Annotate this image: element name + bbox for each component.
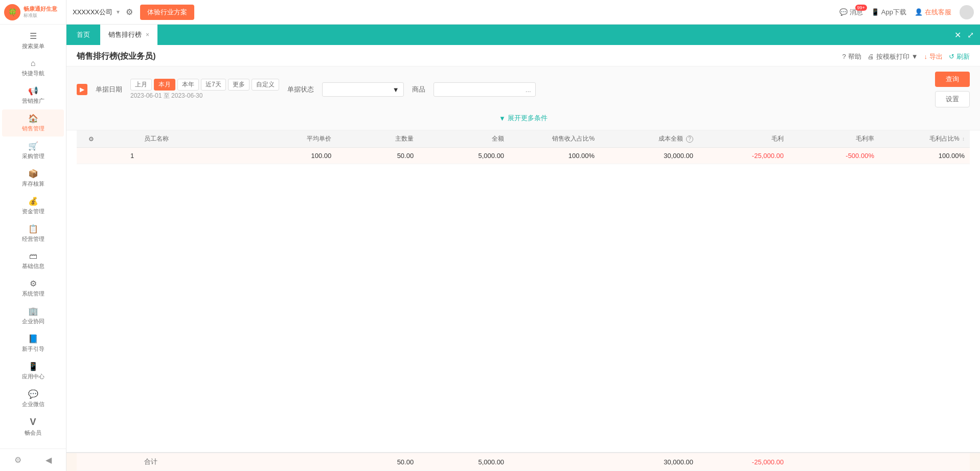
date-btn-7days[interactable]: 近7天 [201,79,226,91]
topbar-gear-icon[interactable]: ⚙ [126,7,133,17]
tab-home[interactable]: 首页 [66,25,100,45]
refresh-btn[interactable]: ↺ 刷新 [949,52,970,61]
footer-spacer [77,453,106,471]
sidebar-item-search-order[interactable]: ☰ 搜索菜单 [2,27,64,54]
filter-collapse-btn[interactable]: ▶ [77,84,87,95]
tab-active-label: 销售排行榜 [108,30,142,39]
footer-amount: 5,000.00 [419,453,509,471]
filter-bar: ▶ 单据日期 上月 本月 本年 近7天 更多 自定义 2023-06-01 至 … [66,66,980,130]
sidebar-item-sales[interactable]: 🏠 销售管理 [2,109,64,137]
filter-row-1: ▶ 单据日期 上月 本月 本年 近7天 更多 自定义 2023-06-01 至 … [77,72,970,107]
message-btn[interactable]: 💬 消息 99+ [839,8,863,17]
logo-icon: 🍀 [4,4,20,20]
row-settings [77,148,106,164]
help-label: 帮助 [848,52,861,61]
sidebar-item-inventory[interactable]: 📦 库存核算 [2,165,64,192]
template-print-btn[interactable]: 🖨 按模板打印 ▼ [868,52,918,61]
settings-footer-icon[interactable]: ⚙ [12,453,24,467]
ranking-table: ⚙ 员工名称 平均单价 主数量 全额 [77,130,970,164]
help-icon: ? [842,53,846,60]
date-btn-custom[interactable]: 自定义 [252,79,279,91]
finance-icon: 💰 [28,196,38,206]
sidebar-item-guide[interactable]: 📘 新手引导 [2,330,64,357]
trial-btn[interactable]: 体验行业方案 [140,5,194,20]
goods-filter-label: 商品 [412,85,425,94]
footer-avg-price [254,453,336,471]
sidebar-item-app-center[interactable]: 📱 应用中心 [2,357,64,385]
topbar-right: 💬 消息 99+ 📱 App下载 👤 在线客服 [839,5,974,19]
row-sales-pct: 100.00% [509,148,600,164]
col-qty: 主数量 [336,130,419,148]
sidebar-item-label: 畅会员 [25,429,41,437]
date-btn-this-month[interactable]: 本月 [154,79,175,91]
expand-icon: ▼ [499,115,506,122]
col-cost: 成本全额 ? [600,130,698,148]
sidebar-item-finance[interactable]: 💰 资金管理 [2,192,64,219]
profit-pct-sort-icon[interactable]: ↕ [962,136,965,142]
date-btn-more[interactable]: 更多 [228,79,249,91]
tab-close-icon[interactable]: × [146,31,149,38]
settings-btn[interactable]: 设置 [935,91,970,107]
date-range-display: 2023-06-01 至 2023-06-30 [130,92,279,100]
date-filter-label: 单据日期 [96,85,122,94]
goods-input-more-icon: ... [526,86,531,94]
online-service-btn[interactable]: 👤 在线客服 [915,8,951,17]
purchase-icon: 🛒 [28,141,38,151]
table-wrap: ⚙ 员工名称 平均单价 主数量 全额 [66,130,980,452]
company-selector[interactable]: XXXXXX公司 ▼ [73,8,121,17]
export-label: 导出 [929,52,943,61]
cost-info-icon[interactable]: ? [686,136,693,143]
sidebar-item-quick-nav[interactable]: ⌂ 快捷导航 [2,55,64,81]
date-btn-last-month[interactable]: 上月 [130,79,152,91]
col-amount: 全额 [419,130,509,148]
col-rank [106,130,139,148]
settings-col-icon[interactable]: ⚙ [88,136,94,143]
sidebar-item-label: 基础信息 [22,262,44,270]
col-settings: ⚙ [77,130,106,148]
footer-qty: 50.00 [336,453,419,471]
tab-close-window-icon[interactable]: ✕ [954,30,961,40]
sidebar-item-basic-info[interactable]: 🗃 基础信息 [2,248,64,274]
row-rank: 1 [106,148,139,164]
collapse-sidebar-icon[interactable]: ◀ [43,453,54,467]
page-actions: ? 帮助 🖨 按模板打印 ▼ ↓ 导出 ↺ 刷新 [842,52,970,61]
topbar: XXXXXX公司 ▼ ⚙ 体验行业方案 💬 消息 99+ 📱 App下载 👤 在… [66,0,980,25]
app-label: App下载 [881,8,906,17]
status-select[interactable]: ▼ [322,82,404,97]
message-badge: 99+ [855,5,867,11]
sidebar-item-label: 营销推广 [22,97,44,105]
sidebar-item-system[interactable]: ⚙ 系统管理 [2,275,64,302]
app-download-btn[interactable]: 📱 App下载 [871,8,906,17]
sidebar-item-label: 企业微信 [22,400,44,408]
expand-label: 展开更多条件 [508,114,548,123]
page-title: 销售排行榜(按业务员) [77,51,156,62]
main-area: XXXXXX公司 ▼ ⚙ 体验行业方案 💬 消息 99+ 📱 App下载 👤 在… [66,0,980,471]
sidebar-item-operations[interactable]: 📋 经营管理 [2,220,64,247]
tab-sales-ranking[interactable]: 销售排行榜 × [100,25,157,45]
help-btn[interactable]: ? 帮助 [842,52,861,61]
export-btn[interactable]: ↓ 导出 [924,52,943,61]
sidebar-item-marketing[interactable]: 📢 营销推广 [2,82,64,109]
sidebar-item-label: 搜索菜单 [22,42,44,50]
print-dropdown-icon: ▼ [911,53,918,60]
table-body: 1 100.00 50.00 5,000.00 [77,148,970,164]
goods-input[interactable]: ... [434,82,536,97]
content-area: 销售排行榜(按业务员) ? 帮助 🖨 按模板打印 ▼ ↓ 导出 ↺ 刷新 [66,45,980,471]
sidebar-item-wechat[interactable]: 💬 企业微信 [2,385,64,412]
user-avatar[interactable] [960,5,974,19]
filter-right-buttons: 查询 设置 [935,72,970,107]
tab-maximize-icon[interactable]: ⤢ [967,30,974,40]
system-icon: ⚙ [30,279,37,288]
expand-more-btn[interactable]: ▼ 展开更多条件 [493,111,554,125]
sidebar-item-member[interactable]: V 畅会员 [2,413,64,441]
sidebar-item-purchase[interactable]: 🛒 采购管理 [2,137,64,164]
sidebar-item-label: 经营管理 [22,235,44,243]
company-name: XXXXXX公司 [73,8,112,17]
sidebar-item-label: 系统管理 [22,290,44,298]
logo-tag: 标准版 [24,12,57,19]
query-btn[interactable]: 查询 [935,72,970,87]
date-btn-this-year[interactable]: 本年 [177,79,199,91]
row-amount: 5,000.00 [419,148,509,164]
refresh-label: 刷新 [956,52,970,61]
sidebar-item-enterprise[interactable]: 🏢 企业协同 [2,302,64,329]
